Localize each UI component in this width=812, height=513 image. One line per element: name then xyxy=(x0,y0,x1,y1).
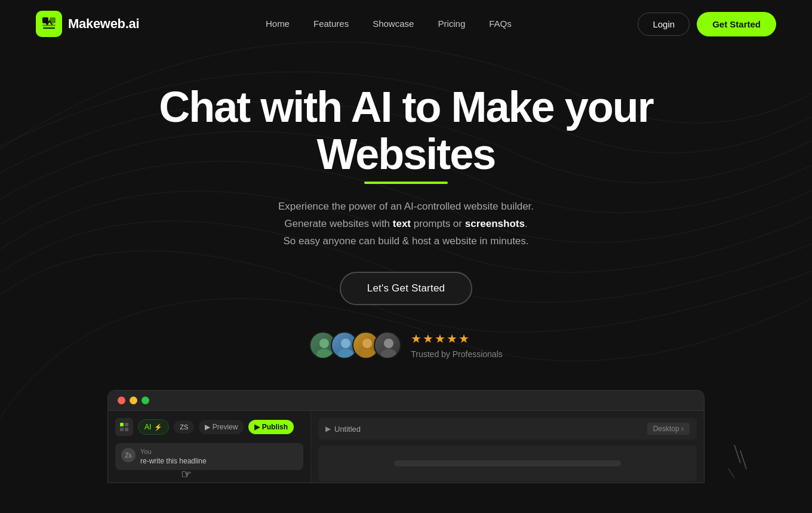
subtitle-bold1: text xyxy=(393,218,411,229)
hero-section: Chat with AI to Make your Websites Exper… xyxy=(0,48,812,359)
chat-bubble: Zs You re-write this headline xyxy=(115,443,303,470)
browser-content: AI ⚡ ZS ▶ Preview ▶ Publish Zs xyxy=(108,411,704,483)
avatar xyxy=(374,331,401,359)
svg-point-6 xyxy=(338,349,353,359)
browser-mockup: AI ⚡ ZS ▶ Preview ▶ Publish Zs xyxy=(107,390,705,483)
viewport-label: Desktop › xyxy=(653,425,684,433)
title-underline xyxy=(364,182,448,184)
logo-icon xyxy=(36,11,62,37)
nav-showcase[interactable]: Showcase xyxy=(373,19,414,29)
preview-viewport-selector[interactable]: Desktop › xyxy=(647,423,690,435)
social-text: ★ ★ ★ ★ ★ Trusted by Professionals xyxy=(411,331,503,359)
user-toolbar-btn: ZS xyxy=(174,420,194,434)
preview-bar: ▶ Untitled Desktop › xyxy=(318,418,697,440)
chat-text-area: You re-write this headline xyxy=(140,448,297,465)
traffic-lights xyxy=(118,397,149,404)
nav-features[interactable]: Features xyxy=(313,19,349,29)
social-proof: ★ ★ ★ ★ ★ Trusted by Professionals xyxy=(309,331,503,359)
svg-rect-15 xyxy=(125,423,128,426)
chat-username: You xyxy=(140,448,297,455)
login-button[interactable]: Login xyxy=(638,13,690,36)
hero-title: Chat with AI to Make your Websites xyxy=(137,84,675,178)
preview-content-placeholder xyxy=(394,460,621,466)
svg-point-7 xyxy=(362,339,372,348)
subtitle-line2-prefix: Generate websites with xyxy=(284,218,392,229)
traffic-light-minimize xyxy=(130,397,137,404)
sidebar-icon xyxy=(115,418,133,436)
svg-point-3 xyxy=(319,339,329,348)
logo-text: Makeweb.ai xyxy=(68,16,139,32)
preview-toolbar-btn[interactable]: ▶ Preview xyxy=(199,420,244,434)
trusted-text: Trusted by Professionals xyxy=(411,349,503,359)
star-rating: ★ ★ ★ ★ ★ xyxy=(411,331,503,346)
get-started-button[interactable]: Get Started xyxy=(697,12,776,36)
svg-point-9 xyxy=(384,339,393,348)
svg-point-4 xyxy=(316,349,332,359)
hero-subtitle: Experience the power of an AI-controlled… xyxy=(278,198,534,250)
subtitle-line2-suffix: . xyxy=(525,218,528,229)
avatar-group xyxy=(309,331,401,359)
preview-content xyxy=(318,446,697,481)
preview-tab-title: Untitled xyxy=(334,425,361,434)
publish-toolbar-btn[interactable]: ▶ Publish xyxy=(248,420,294,434)
svg-rect-14 xyxy=(120,423,124,426)
svg-rect-17 xyxy=(125,428,128,431)
subtitle-line2-mid: prompts or xyxy=(411,218,465,229)
navbar: Makeweb.ai Home Features Showcase Pricin… xyxy=(0,0,812,48)
nav-faqs[interactable]: FAQs xyxy=(489,19,512,29)
preview-title: ▶ Untitled xyxy=(325,425,361,434)
nav-actions: Login Get Started xyxy=(638,12,776,36)
browser-preview-area: ▶ Untitled Desktop › xyxy=(311,411,704,483)
traffic-light-fullscreen xyxy=(142,397,149,404)
browser-bar xyxy=(108,391,704,411)
chat-user-avatar: Zs xyxy=(121,448,136,462)
browser-toolbar: AI ⚡ ZS ▶ Preview ▶ Publish xyxy=(115,418,303,436)
svg-point-10 xyxy=(381,349,396,359)
svg-point-5 xyxy=(341,339,350,348)
browser-sidebar: AI ⚡ ZS ▶ Preview ▶ Publish Zs xyxy=(108,411,311,483)
subtitle-bold2: screenshots xyxy=(465,218,525,229)
logo-link[interactable]: Makeweb.ai xyxy=(36,11,139,37)
svg-rect-2 xyxy=(42,24,56,26)
ai-toolbar-btn[interactable]: AI ⚡ xyxy=(138,419,169,435)
cta-button[interactable]: Let's Get Started xyxy=(340,272,472,305)
nav-home[interactable]: Home xyxy=(266,19,290,29)
svg-rect-16 xyxy=(120,428,124,431)
chat-message: re-write this headline xyxy=(140,457,297,465)
svg-point-8 xyxy=(359,349,375,359)
subtitle-line3: So easy anyone can build & host a websit… xyxy=(283,235,528,247)
nav-links: Home Features Showcase Pricing FAQs xyxy=(266,19,512,29)
traffic-light-close xyxy=(118,397,125,404)
nav-pricing[interactable]: Pricing xyxy=(438,19,465,29)
subtitle-line1: Experience the power of an AI-controlled… xyxy=(278,201,534,212)
